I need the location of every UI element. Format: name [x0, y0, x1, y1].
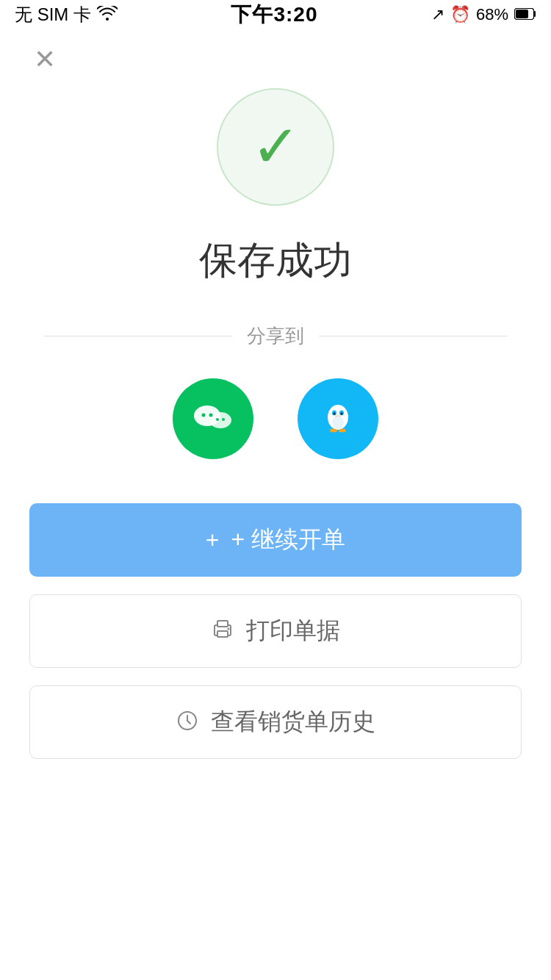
history-button[interactable]: 查看销货单历史 [29, 685, 522, 759]
svg-rect-1 [516, 10, 528, 18]
svg-rect-19 [217, 621, 228, 627]
svg-point-17 [332, 416, 344, 429]
continue-label: + 继续开单 [231, 524, 346, 556]
share-icons-container [173, 378, 378, 459]
checkmark-icon: ✓ [251, 118, 300, 176]
share-label: 分享到 [232, 323, 319, 349]
qq-share-button[interactable] [298, 378, 378, 459]
status-left: 无 SIM 卡 [15, 3, 118, 26]
battery-icon [514, 5, 536, 24]
success-title: 保存成功 [199, 235, 352, 287]
clock-icon [176, 709, 199, 736]
no-sim-text: 无 SIM 卡 [15, 3, 91, 26]
print-button[interactable]: 打印单据 [29, 594, 522, 668]
close-icon: ✕ [34, 46, 56, 73]
wechat-icon [191, 397, 235, 441]
svg-point-16 [339, 429, 346, 433]
print-label: 打印单据 [246, 615, 340, 647]
share-divider: 分享到 [0, 323, 551, 349]
status-right: ↗ ⏰ 68% [431, 5, 536, 24]
actions-container: + + 继续开单 打印单据 查看销货单历 [0, 503, 551, 759]
wechat-share-button[interactable] [173, 378, 253, 459]
divider-right [319, 336, 507, 336]
wifi-icon [97, 4, 118, 25]
status-bar: 无 SIM 卡 下午3:20 ↗ ⏰ 68% [0, 0, 551, 29]
svg-point-4 [202, 414, 206, 417]
svg-point-5 [209, 414, 213, 417]
alarm-icon: ⏰ [450, 5, 470, 24]
divider-left [44, 336, 232, 336]
svg-point-3 [209, 412, 231, 428]
plus-icon: + [206, 528, 220, 552]
main-content: ✓ 保存成功 分享到 [0, 29, 551, 759]
success-circle: ✓ [217, 88, 334, 206]
svg-point-12 [334, 413, 336, 415]
battery-percent: 68% [476, 5, 508, 24]
close-button[interactable]: ✕ [26, 41, 63, 78]
printer-icon [211, 618, 234, 645]
qq-icon [316, 397, 360, 441]
svg-point-7 [222, 418, 225, 421]
status-time: 下午3:20 [231, 1, 317, 29]
svg-rect-20 [217, 631, 228, 637]
svg-point-6 [216, 418, 219, 421]
svg-point-13 [341, 413, 343, 415]
svg-point-21 [228, 627, 230, 630]
svg-point-15 [330, 429, 337, 433]
location-icon: ↗ [431, 5, 444, 24]
history-label: 查看销货单历史 [211, 706, 375, 738]
continue-button[interactable]: + + 继续开单 [29, 503, 522, 577]
